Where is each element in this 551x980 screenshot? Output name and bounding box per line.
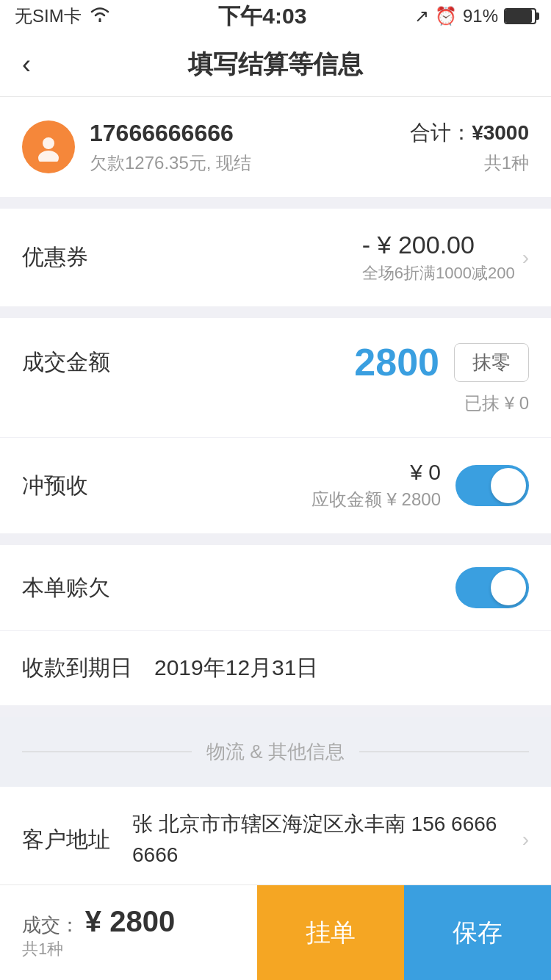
customer-card: 17666666666 欠款1276.35元, 现结 合计：¥3000 共1种 [0, 97, 551, 197]
bottom-count: 共1种 [22, 938, 235, 960]
address-value: 张 北京市市辖区海淀区永丰南 156 6666 6666 [132, 809, 522, 871]
page-title: 填写结算等信息 [66, 48, 485, 82]
amount-sub: 已抹 ¥ 0 [22, 392, 529, 415]
customer-row: 17666666666 欠款1276.35元, 现结 合计：¥3000 共1种 [22, 119, 529, 175]
address-label: 客户地址 [22, 825, 110, 855]
battery-percent: 91% [463, 6, 498, 26]
title-line-right [359, 752, 529, 752]
coupon-detail: 全场6折满1000减200 [362, 262, 515, 284]
status-right: ↗ ⏰ 91% [414, 6, 536, 26]
coupon-discount: - ¥ 200.00 [362, 231, 515, 259]
battery-icon [504, 8, 536, 24]
content-area: 17666666666 欠款1276.35元, 现结 合计：¥3000 共1种 … [0, 97, 551, 980]
bottom-deal-row: 成交： ¥ 2800 [22, 905, 235, 938]
title-line-left [22, 752, 192, 752]
prepay-sub: 应收金额 ¥ 2800 [311, 488, 441, 511]
deferred-toggle[interactable] [455, 567, 529, 608]
bottom-bar: 成交： ¥ 2800 共1种 挂单 保存 [0, 884, 551, 980]
divider-4 [0, 705, 551, 717]
deferred-section: 本单赊欠 [0, 545, 551, 630]
status-time: 下午4:03 [218, 1, 306, 32]
address-chevron-icon: › [522, 828, 529, 851]
coupon-label: 优惠券 [22, 242, 88, 273]
customer-info: 17666666666 欠款1276.35元, 现结 [90, 120, 251, 175]
logistics-title-section: 物流 & 其他信息 [0, 717, 551, 787]
location-icon: ↗ [414, 6, 429, 26]
amount-row: 成交金额 2800 抹零 [22, 340, 529, 384]
amount-section: 成交金额 2800 抹零 已抹 ¥ 0 [0, 318, 551, 437]
due-date-section: 收款到期日 2019年12月31日 [0, 630, 551, 705]
coupon-info: - ¥ 200.00 全场6折满1000减200 [362, 231, 515, 284]
coupon-right: - ¥ 200.00 全场6折满1000减200 › [362, 231, 529, 284]
save-button[interactable]: 保存 [404, 885, 551, 980]
carrier-label: 无SIM卡 [15, 4, 82, 28]
prepay-right: ¥ 0 应收金额 ¥ 2800 [311, 460, 529, 511]
bottom-deal-label: 成交： [22, 914, 79, 936]
amount-value: 2800 [354, 340, 439, 384]
back-button[interactable]: ‹ [22, 49, 66, 80]
due-date-value: 2019年12月31日 [154, 653, 318, 683]
total-label-value: 合计：¥3000 [410, 119, 529, 147]
due-date-row: 收款到期日 2019年12月31日 [22, 653, 529, 683]
total-label: 合计： [410, 121, 472, 144]
nav-bar: ‹ 填写结算等信息 [0, 32, 551, 97]
svg-point-0 [43, 137, 54, 149]
divider-1 [0, 197, 551, 209]
coupon-row[interactable]: 优惠券 - ¥ 200.00 全场6折满1000减200 › [0, 209, 551, 306]
prepay-toggle[interactable] [455, 465, 529, 506]
prepay-section: 冲预收 ¥ 0 应收金额 ¥ 2800 [0, 437, 551, 533]
bottom-info: 成交： ¥ 2800 共1种 [0, 885, 257, 980]
amount-right: 2800 抹零 [354, 340, 529, 384]
alarm-icon: ⏰ [435, 6, 457, 26]
customer-phone: 17666666666 [90, 120, 251, 147]
customer-sub: 欠款1276.35元, 现结 [90, 151, 251, 175]
customer-right: 合计：¥3000 共1种 [410, 119, 529, 175]
prepay-label: 冲预收 [22, 471, 88, 501]
round-button[interactable]: 抹零 [454, 343, 529, 382]
svg-point-1 [38, 151, 59, 162]
status-left: 无SIM卡 [15, 4, 111, 28]
deferred-toggle-knob [491, 570, 526, 605]
total-count: 共1种 [410, 151, 529, 175]
customer-left: 17666666666 欠款1276.35元, 现结 [22, 120, 251, 175]
status-bar: 无SIM卡 下午4:03 ↗ ⏰ 91% [0, 0, 551, 32]
prepay-amount: ¥ 0 [311, 460, 441, 485]
due-date-label: 收款到期日 [22, 653, 132, 683]
address-section[interactable]: 客户地址 张 北京市市辖区海淀区永丰南 156 6666 6666 › [0, 787, 551, 893]
amount-label: 成交金额 [22, 347, 110, 378]
avatar [22, 120, 75, 173]
total-value: ¥3000 [472, 121, 529, 144]
logistics-title: 物流 & 其他信息 [192, 739, 359, 765]
bottom-amount: ¥ 2800 [85, 905, 175, 937]
chevron-right-icon: › [522, 246, 529, 270]
prepay-row: 冲预收 ¥ 0 应收金额 ¥ 2800 [22, 460, 529, 511]
divider-3 [0, 533, 551, 545]
prepay-value-block: ¥ 0 应收金额 ¥ 2800 [311, 460, 441, 511]
hold-button[interactable]: 挂单 [257, 885, 404, 980]
divider-2 [0, 306, 551, 318]
deferred-label: 本单赊欠 [22, 573, 110, 603]
toggle-knob [491, 468, 526, 503]
wifi-icon [89, 6, 111, 26]
